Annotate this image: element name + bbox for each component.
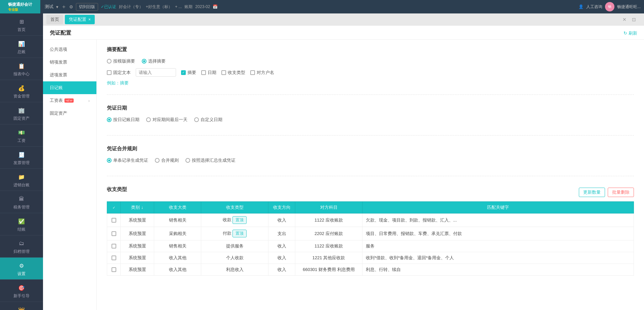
left-nav-item-fixed-assets[interactable]: 固定资产 [43, 107, 96, 120]
income-expense-section: 收支类型 更新数量 批量删除 ✓ 类别 ↓ [107, 186, 634, 276]
logo-line1: 畅捷通好会计 [8, 2, 32, 7]
checkbox-counterparty[interactable]: 对方户名 [250, 70, 274, 76]
sidebar-item-member[interactable]: 👑 畅会员 [0, 302, 43, 310]
income-expense-title: 收支类型 [107, 186, 127, 193]
radio-journal-date[interactable]: 按日记账日期 [107, 117, 139, 123]
radio-circle-single [107, 158, 112, 163]
fixed-text-input[interactable] [136, 68, 176, 77]
radio-custom-date[interactable]: 自定义日期 [194, 117, 222, 123]
assets-icon: 🏢 [17, 106, 26, 114]
row-checkbox-2[interactable] [112, 244, 116, 248]
left-nav-item-public[interactable]: 公共选项 [43, 43, 96, 56]
checkbox-fixed-text[interactable]: 固定文本 [107, 70, 131, 76]
username: 畅捷通旺旺... [617, 4, 641, 10]
radio-journal-label: 按日记账日期 [113, 117, 139, 123]
add-icon[interactable]: ＋ [61, 3, 67, 10]
radio-aggregate[interactable]: 按照选择汇总生成凭证 [185, 157, 235, 163]
row-checkbox-4[interactable] [112, 267, 116, 272]
sidebar-label-home: 首页 [17, 27, 26, 33]
radio-merge-rule[interactable]: 合并规则 [155, 157, 179, 163]
radio-aggregate-label: 按照选择汇总生成凭证 [192, 157, 235, 163]
th-checkbox[interactable]: ✓ [107, 202, 121, 214]
badge-haoshengyi: +好生意（标） [146, 4, 172, 10]
left-nav-item-purchase-invoice[interactable]: 进项发票 [43, 69, 96, 81]
sidebar-item-settings[interactable]: ⚙ 设置 [0, 258, 43, 280]
cell-bigtype-2: 销售相关 [154, 240, 201, 252]
sidebar-item-reports[interactable]: 📋 报表中心 [0, 58, 43, 80]
sidebar-label-invoice: 发票管理 [13, 160, 30, 166]
settings-icon[interactable]: ⚙ [69, 4, 73, 9]
window-close-button[interactable]: ✕ [621, 16, 628, 23]
batch-delete-button[interactable]: 批量删除 [608, 188, 634, 197]
checkbox-label-income-type: 收支类型 [228, 70, 245, 76]
consult-label[interactable]: 人工咨询 [586, 4, 602, 10]
cell-checkbox-1[interactable] [107, 227, 121, 240]
sidebar-label-archive: 归档管理 [13, 249, 30, 255]
table-body: 系统预置 销售相关 收款 置顶 收入 1122 应收账款 欠款、现金、项目款、到… [107, 214, 634, 276]
chevron-down-icon[interactable]: ▾ [56, 4, 58, 9]
tab-voucher-config[interactable]: 凭证配置 × [65, 15, 95, 24]
sidebar-item-invoice[interactable]: 🧾 发票管理 [0, 147, 43, 169]
th-category: 类别 ↓ [121, 202, 154, 214]
tab-close-icon[interactable]: × [88, 17, 91, 22]
cell-category-4: 系统预置 [121, 264, 154, 276]
radio-select-summary[interactable]: 选择摘要 [142, 58, 166, 64]
th-direction: 收支方向 [268, 202, 295, 214]
radio-last-day[interactable]: 对应期间最后一天 [146, 117, 187, 123]
left-nav-public-label: 公共选项 [50, 46, 67, 52]
cell-category-3: 系统预置 [121, 252, 154, 264]
window-maximize-button[interactable]: ⊡ [631, 16, 637, 23]
sidebar-item-guide[interactable]: 🎯 新手引导 [0, 280, 43, 302]
summary-checkbox-row: 固定文本 ✓ 摘要 日期 收支类型 [107, 68, 634, 77]
left-nav-item-journal[interactable]: 日记账 [43, 81, 96, 94]
cell-checkbox-0[interactable] [107, 214, 121, 227]
sidebar-label-guide: 新手引导 [13, 293, 30, 299]
example-text: 例如：摘要 [107, 80, 634, 86]
purchase-icon: 📁 [17, 173, 26, 181]
left-nav: 公共选项 销项发票 进项发票 日记账 工资表 NEW › 固定资产 [43, 40, 97, 310]
ledger-icon: 📊 [17, 40, 26, 48]
sidebar-item-home[interactable]: ⊞ 首页 [0, 13, 43, 36]
sidebar-item-salary[interactable]: 💵 工资 [0, 124, 43, 147]
member-icon: 👑 [17, 306, 26, 310]
select-all-checkbox[interactable]: ✓ [112, 205, 116, 210]
cell-checkbox-3[interactable] [107, 252, 121, 264]
tag-button-1[interactable]: 置顶 [232, 230, 247, 237]
sidebar-item-close[interactable]: ✅ 结账 [0, 213, 43, 235]
fund-icon: 💰 [17, 84, 26, 92]
switch-version-button[interactable]: 切到旧版 [76, 3, 98, 11]
table-row: 系统预置 收入其他 利息收入 收入 660301 财务费用 利息费用 利息、行转… [107, 264, 634, 276]
content-area: 首页 凭证配置 × ✕ ⊡ 凭证配置 ↻ 刷新 公 [43, 13, 644, 310]
sidebar-item-archive[interactable]: 🗂 归档管理 [0, 235, 43, 258]
checkbox-summary[interactable]: ✓ 摘要 [181, 70, 196, 76]
radio-single-record[interactable]: 单条记录生成凭证 [107, 157, 148, 163]
cell-checkbox-4[interactable] [107, 264, 121, 276]
row-checkbox-0[interactable] [112, 218, 116, 223]
th-account: 对方科目 [295, 202, 362, 214]
sidebar-item-tax[interactable]: 🏛 税务管理 [0, 191, 43, 213]
update-count-button[interactable]: 更新数量 [579, 188, 605, 197]
row-checkbox-1[interactable] [112, 231, 116, 236]
sidebar-item-assets[interactable]: 🏢 固定资产 [0, 102, 43, 124]
tag-button-0[interactable]: 置顶 [232, 216, 247, 224]
sidebar-item-purchase[interactable]: 📁 进销台账 [0, 169, 43, 191]
th-type: 收支类型 [201, 202, 268, 214]
sidebar-item-ledger[interactable]: 📊 总账 [0, 36, 43, 58]
cell-account-1: 2202 应付账款 [295, 227, 362, 240]
sidebar-item-fund[interactable]: 💰 资金管理 [0, 80, 43, 102]
left-nav-item-payroll[interactable]: 工资表 NEW › [43, 94, 96, 107]
checkbox-income-type[interactable]: 收支类型 [221, 70, 245, 76]
cell-checkbox-2[interactable] [107, 240, 121, 252]
calendar-icon[interactable]: 📅 [213, 4, 218, 9]
left-nav-item-sales-invoice[interactable]: 销项发票 [43, 56, 96, 69]
refresh-button[interactable]: ↻ 刷新 [624, 30, 637, 36]
row-checkbox-3[interactable] [112, 256, 116, 260]
radio-circle-merge [155, 158, 160, 163]
checkbox-date[interactable]: 日期 [201, 70, 216, 76]
cell-account-2: 1122 应收账款 [295, 240, 362, 252]
tab-home-label: 首页 [50, 16, 59, 23]
left-nav-purchase-label: 进项发票 [50, 72, 67, 78]
tab-home[interactable]: 首页 [46, 15, 63, 24]
radio-template-summary[interactable]: 按模版摘要 [107, 58, 135, 64]
left-nav-sales-label: 销项发票 [50, 59, 67, 65]
